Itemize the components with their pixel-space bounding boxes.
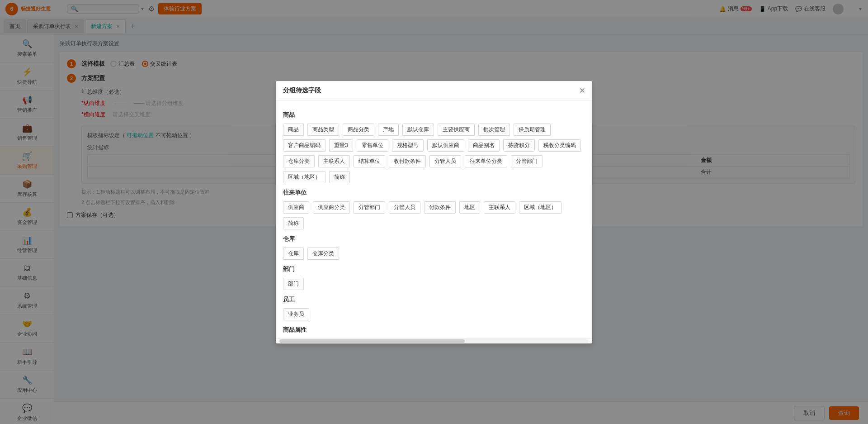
modal-field-tag[interactable]: 分管人员 [389,201,420,214]
modal-field-tag[interactable]: 批次管理 [478,124,510,136]
modal-field-tag[interactable]: 重量3 [329,139,353,152]
modal-close-btn[interactable]: ✕ [579,86,585,95]
modal-field-tag[interactable]: 分管人员 [429,155,461,167]
modal-header: 分组待选字段 ✕ [276,81,592,101]
modal-field-tag[interactable]: 零售单位 [357,139,388,152]
modal-field-tag[interactable]: 多规格 [332,338,358,339]
modal-field-tag[interactable]: 颜色 [307,338,328,339]
modal-section-title: 部门 [283,265,585,273]
modal-section-title: 往来单位 [283,189,585,197]
modal-fields-group: 业务员 [283,308,585,320]
modal-field-tag[interactable]: 默认供应商 [427,139,464,152]
modal-field-tag[interactable]: 简称 [283,217,304,229]
modal-fields-group: 供应商供应商分类分管部门分管人员付款条件地区主联系人区域（地区）简称 [283,201,585,229]
modal-footer-scrollbar [276,338,592,343]
modal-field-tag[interactable]: 主联系人 [484,201,515,214]
modal-body[interactable]: 商品商品商品类型商品分类产地默认仓库主要供应商批次管理保质期管理客户商品编码重量… [276,101,592,339]
modal-field-tag[interactable]: 供应商 [283,201,309,214]
modal-field-tag[interactable]: 客户商品编码 [283,139,326,152]
horizontal-scrollbar[interactable] [279,339,589,343]
modal-field-tag[interactable]: 尺码 [362,338,382,339]
modal-field-tag[interactable]: 商品 [283,124,304,136]
modal-field-tag[interactable]: 鞋码 [386,338,407,339]
modal-field-tag[interactable]: 仓库 [283,248,304,260]
modal-title: 分组待选字段 [283,86,321,95]
modal-field-tag[interactable]: 1 [410,338,424,339]
h-scrollbar-thumb [279,339,465,343]
modal-field-tag[interactable]: 主联系人 [318,155,350,167]
modal-field-tag[interactable]: 商品类型 [307,124,339,136]
modal-field-tag[interactable]: 结算单位 [354,155,385,167]
modal-field-tag[interactable]: 区域（地区） [283,171,326,183]
modal-field-tag[interactable]: 分管部门 [354,201,385,214]
modal-field-tag[interactable]: 收付款条件 [389,155,426,167]
modal-field-tag[interactable]: 保质期管理 [514,124,551,136]
modal-field-tag[interactable]: 商品别名 [468,139,500,152]
modal-field-tag[interactable]: 区域（地区） [519,201,561,214]
modal-field-tag[interactable]: 拣货积分 [503,139,535,152]
modal-field-tag[interactable]: 商品分类 [343,124,374,136]
modal-field-tag[interactable]: 部门 [283,278,304,290]
modal-field-tag[interactable]: 规格型号 [392,139,424,152]
modal-field-tag[interactable]: 往来单位分类 [465,155,507,167]
modal-fields-group: 仓库仓库分类 [283,248,585,260]
modal-section-title: 员工 [283,295,585,304]
modal: 分组待选字段 ✕ 商品商品商品类型商品分类产地默认仓库主要供应商批次管理保质期管… [276,81,592,343]
modal-field-tag[interactable]: 产地 [378,124,399,136]
modal-field-tag[interactable]: 仓库分类 [307,248,339,260]
modal-sections: 商品商品商品类型商品分类产地默认仓库主要供应商批次管理保质期管理客户商品编码重量… [283,111,585,339]
modal-fields-group: 商品商品类型商品分类产地默认仓库主要供应商批次管理保质期管理客户商品编码重量3零… [283,124,585,183]
modal-field-tag[interactable]: 地区 [459,201,480,214]
modal-field-tag[interactable]: 属性 [283,338,304,339]
modal-field-tag[interactable]: 供应商分类 [313,201,350,214]
modal-overlay: 分组待选字段 ✕ 商品商品商品类型商品分类产地默认仓库主要供应商批次管理保质期管… [0,0,868,424]
modal-section-title: 商品 [283,111,585,119]
modal-field-tag[interactable]: 付款条件 [424,201,456,214]
modal-field-tag[interactable]: 简称 [329,171,350,183]
modal-field-tag[interactable]: 分管部门 [511,155,542,167]
modal-field-tag[interactable]: 主要供应商 [438,124,475,136]
modal-field-tag[interactable]: 默认仓库 [402,124,434,136]
modal-section-title: 商品属性 [283,326,585,334]
modal-fields-group: 属性颜色多规格尺码鞋码1 [283,338,585,339]
modal-fields-group: 部门 [283,278,585,290]
modal-field-tag[interactable]: 仓库分类 [283,155,315,167]
modal-section-title: 仓库 [283,235,585,243]
modal-field-tag[interactable]: 税收分类编码 [538,139,581,152]
modal-field-tag[interactable]: 业务员 [283,308,309,320]
